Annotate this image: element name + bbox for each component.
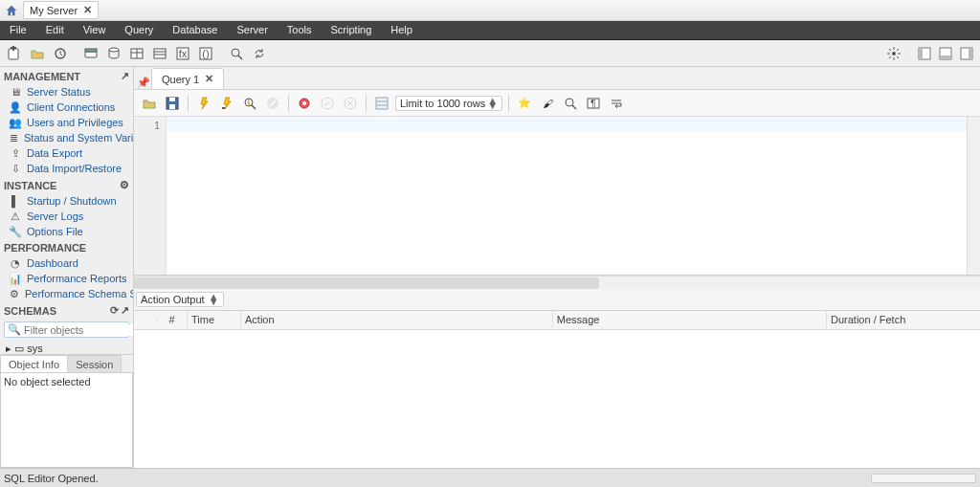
nav-dashboard[interactable]: ◔Dashboard — [0, 255, 133, 271]
progress-bar — [871, 474, 976, 483]
svg-text:¶: ¶ — [590, 98, 596, 109]
svg-text:fx: fx — [179, 48, 188, 59]
home-icon[interactable] — [4, 3, 19, 18]
add-procedure-icon[interactable]: fx — [172, 43, 193, 64]
expand-schemas-icon[interactable]: ↗ — [121, 304, 129, 317]
refresh-schemas-icon[interactable]: ⟳ — [110, 304, 119, 317]
nav-data-import[interactable]: ⇩Data Import/Restore — [0, 161, 133, 176]
limit-rows-toggle-icon[interactable] — [372, 94, 391, 113]
query-tab-label: Query 1 — [162, 74, 199, 85]
sql-editor[interactable]: 1 — [134, 117, 980, 276]
menu-database[interactable]: Database — [163, 21, 227, 39]
menu-query[interactable]: Query — [115, 21, 163, 39]
svg-rect-4 — [85, 52, 97, 57]
svg-line-50 — [572, 105, 576, 109]
reconnect-icon[interactable] — [249, 43, 270, 64]
query-tab[interactable]: Query 1 ✕ — [151, 68, 224, 89]
nav-server-status[interactable]: 🖥Server Status — [0, 84, 133, 100]
nav-status-variables[interactable]: ≣Status and System Variables — [0, 130, 133, 145]
menu-tools[interactable]: Tools — [278, 21, 322, 39]
server-status-icon: 🖥 — [10, 86, 21, 98]
menu-server[interactable]: Server — [227, 21, 277, 39]
line-gutter: 1 — [134, 117, 167, 275]
svg-line-27 — [889, 56, 891, 58]
add-table-icon[interactable] — [126, 43, 147, 64]
settings-gear-icon[interactable] — [884, 44, 903, 63]
pin-tab-icon[interactable]: 📌 — [136, 77, 151, 89]
management-header: MANAGEMENT — [4, 71, 80, 82]
svg-rect-31 — [940, 55, 951, 59]
nav-performance-reports[interactable]: 📊Performance Reports — [0, 271, 133, 286]
output-type-selector[interactable]: Action Output ▲▼ — [136, 292, 224, 307]
add-function-icon[interactable]: () — [195, 43, 216, 64]
search-icon: 🔍 — [8, 323, 21, 336]
nav-server-logs[interactable]: ⚠Server Logs — [0, 209, 133, 224]
menu-edit[interactable]: Edit — [36, 21, 74, 39]
users-icon: 👥 — [10, 117, 21, 128]
close-icon[interactable]: ✕ — [83, 4, 92, 16]
svg-line-39 — [252, 105, 256, 109]
add-view-icon[interactable] — [149, 43, 170, 64]
add-schema-icon[interactable] — [103, 43, 124, 64]
nav-performance-schema[interactable]: ⚙Performance Schema Setup — [0, 286, 133, 301]
search-table-icon[interactable] — [226, 43, 247, 64]
close-query-tab-icon[interactable]: ✕ — [205, 73, 213, 85]
menu-file[interactable]: File — [0, 21, 36, 39]
limit-rows-label: Limit to 1000 rows — [400, 98, 485, 109]
explain-icon[interactable] — [240, 94, 259, 113]
beautify-icon[interactable]: ⭐ — [515, 94, 534, 113]
new-model-icon[interactable] — [80, 43, 101, 64]
output-table-header: # Time Action Message Duration / Fetch — [134, 311, 980, 330]
new-sql-tab-icon[interactable] — [4, 43, 25, 64]
import-icon: ⇩ — [10, 163, 21, 174]
editor-hscrollbar[interactable] — [134, 276, 980, 289]
nav-options-file[interactable]: 🔧Options File — [0, 224, 133, 239]
svg-line-25 — [897, 56, 899, 58]
svg-text:(): () — [202, 48, 209, 59]
schema-tree[interactable]: ▸ ▭ sys — [0, 341, 133, 354]
nav-startup-shutdown[interactable]: ▌Startup / Shutdown — [0, 193, 133, 209]
schema-setup-icon: ⚙ — [10, 288, 19, 299]
wrap-text-icon[interactable] — [607, 94, 626, 113]
nav-users-privileges[interactable]: 👥Users and Privileges — [0, 115, 133, 130]
svg-rect-36 — [169, 98, 175, 101]
commit-icon — [318, 94, 337, 113]
toggle-autocommit-icon[interactable] — [295, 94, 314, 113]
svg-rect-5 — [85, 49, 97, 52]
nav-data-export[interactable]: ⇪Data Export — [0, 145, 133, 161]
reports-icon: 📊 — [10, 273, 21, 284]
svg-rect-46 — [376, 98, 388, 109]
svg-rect-10 — [154, 49, 166, 58]
instance-header: INSTANCE — [4, 180, 56, 191]
open-sql-icon[interactable] — [27, 43, 48, 64]
open-file-icon[interactable] — [140, 94, 159, 113]
execute-current-icon[interactable] — [217, 94, 236, 113]
execute-icon[interactable] — [194, 94, 213, 113]
object-info-tab[interactable]: Object Info — [0, 355, 68, 373]
save-file-icon[interactable] — [163, 94, 182, 113]
editor-scrollbar[interactable] — [967, 117, 980, 275]
search-icon-toolbar[interactable] — [561, 94, 580, 113]
variables-icon: ≣ — [10, 132, 18, 144]
toggle-sidebar-icon[interactable] — [915, 44, 934, 63]
limit-rows-selector[interactable]: Limit to 1000 rows ▲▼ — [395, 96, 502, 111]
toggle-output-icon[interactable] — [936, 44, 955, 63]
chevron-down-icon[interactable]: ▼ — [487, 103, 498, 108]
chevron-down-icon[interactable]: ▼ — [209, 299, 219, 304]
menu-help[interactable]: Help — [381, 21, 422, 39]
nav-client-connections[interactable]: 👤Client Connections — [0, 100, 133, 115]
export-icon: ⇪ — [10, 147, 21, 159]
connection-tab[interactable]: My Server ✕ — [23, 1, 99, 19]
startup-icon: ▌ — [10, 195, 21, 207]
menu-view[interactable]: View — [74, 21, 116, 39]
find-icon[interactable]: 🖌 — [538, 94, 557, 113]
toggle-secondary-icon[interactable] — [957, 44, 976, 63]
session-tab[interactable]: Session — [67, 355, 122, 373]
collapse-panel-icon[interactable]: ↗ — [121, 70, 129, 82]
schema-filter-input[interactable] — [24, 324, 134, 336]
toggle-invisible-icon[interactable]: ¶ — [584, 94, 603, 113]
rollback-icon — [341, 94, 360, 113]
instance-options-icon[interactable]: ⚙ — [120, 179, 129, 191]
menu-scripting[interactable]: Scripting — [322, 21, 382, 39]
inspector-icon[interactable] — [50, 43, 71, 64]
